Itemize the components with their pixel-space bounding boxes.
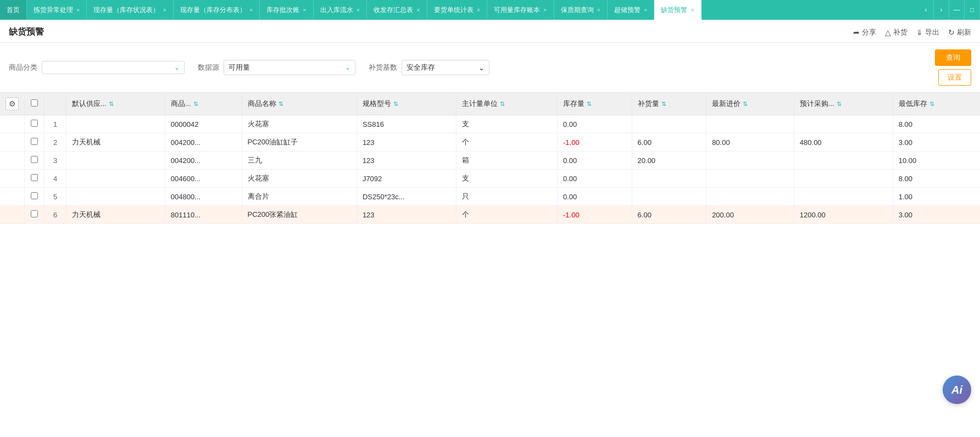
row-num-cell: 2 <box>44 133 66 152</box>
row-num-cell: 3 <box>44 152 66 170</box>
datasource-label: 数据源 <box>198 63 219 72</box>
page-title: 缺货预警 <box>9 26 44 38</box>
row-name-cell: 火花塞 <box>242 115 357 133</box>
tab-close-expiry-query[interactable]: × <box>597 7 600 13</box>
latest-price-sort-icon[interactable]: ⇅ <box>743 100 748 108</box>
row-checkbox[interactable] <box>31 210 38 217</box>
refresh-icon: ↻ <box>948 28 955 37</box>
row-checkbox[interactable] <box>31 174 38 181</box>
ai-badge-label: Ai <box>951 384 962 396</box>
tab-maximize-btn[interactable]: □ <box>965 0 980 20</box>
row-replenish-qty-cell: 6.00 <box>632 133 706 152</box>
name-sort-icon[interactable]: ⇅ <box>279 100 283 108</box>
ai-assistant-btn[interactable]: Ai <box>943 376 971 404</box>
tab-label-requisition-stat: 要货单统计表 <box>434 5 474 15</box>
query-btn[interactable]: 查询 <box>935 49 971 66</box>
select-all-checkbox[interactable] <box>31 99 38 107</box>
row-est-purchase-cell <box>794 152 893 170</box>
tab-item-available-ledger[interactable]: 可用量库存账本× <box>487 0 554 20</box>
table-row: 3 004200... 三九 123 箱 0.00 20.00 10.00 <box>0 152 980 170</box>
code-sort-icon[interactable]: ⇅ <box>193 100 198 108</box>
page-header: 缺货预警 ➦ 分享 △ 补货 ⇓ 导出 ↻ 刷新 <box>0 20 980 43</box>
data-table: ⚙ 默认供应... ⇅ 商品... <box>0 92 980 224</box>
tab-close-exception[interactable]: × <box>76 7 80 13</box>
tab-label-inout-flow: 出入库流水 <box>320 5 353 15</box>
tab-close-inventory-dist[interactable]: × <box>249 7 253 13</box>
replenish-qty-sort-icon[interactable]: ⇅ <box>661 100 666 108</box>
row-est-purchase-cell <box>794 115 893 133</box>
table-row: 4 004600... 火花塞 J7092 支 0.00 8.00 <box>0 170 980 188</box>
row-checkbox[interactable] <box>31 156 38 163</box>
min-stock-sort-icon[interactable]: ⇅ <box>929 100 934 108</box>
datasource-select[interactable]: 可用量 ⌄ <box>224 60 355 75</box>
tab-close-inout-flow[interactable]: × <box>357 7 360 13</box>
tab-item-exception[interactable]: 拣货异常处理× <box>27 0 87 20</box>
tab-close-receive-summary[interactable]: × <box>416 7 420 13</box>
est-purchase-sort-icon[interactable]: ⇅ <box>837 100 842 108</box>
row-name-cell: 离合片 <box>242 188 357 206</box>
unit-sort-icon[interactable]: ⇅ <box>500 100 505 108</box>
tab-close-batch-account[interactable]: × <box>303 7 306 13</box>
row-latest-price-cell: 200.00 <box>706 206 794 224</box>
tab-item-home[interactable]: 首页 <box>0 0 27 20</box>
tab-item-shortage-warn[interactable]: 缺货预警× <box>654 0 701 20</box>
table-row: 1 0000042 火花塞 SS816 支 0.00 8.00 <box>0 115 980 133</box>
row-latest-price-cell <box>706 115 794 133</box>
tab-item-requisition-stat[interactable]: 要货单统计表× <box>427 0 487 20</box>
tab-item-overstock-warn[interactable]: 超储预警× <box>608 0 654 20</box>
row-latest-price-cell <box>706 188 794 206</box>
datasource-filter-group: 数据源 可用量 ⌄ <box>198 60 355 75</box>
col-replenish-qty-header: 补货量 ⇅ <box>632 93 706 115</box>
replenish-base-label: 补货基数 <box>369 63 397 72</box>
row-checkbox[interactable] <box>31 138 38 145</box>
row-name-cell: PC200油缸缸子 <box>242 133 357 152</box>
tab-item-inout-flow[interactable]: 出入库流水× <box>314 0 367 20</box>
row-settings-cell <box>0 133 25 152</box>
row-min-stock-cell: 8.00 <box>893 115 980 133</box>
replenish-base-select[interactable]: 安全库存 ⌄ <box>402 60 489 75</box>
tab-label-shortage-warn: 缺货预警 <box>661 5 687 15</box>
tab-item-expiry-query[interactable]: 保质期查询× <box>554 0 608 20</box>
row-est-purchase-cell: 1200.00 <box>794 206 893 224</box>
row-unit-cell: 支 <box>456 170 558 188</box>
row-unit-cell: 个 <box>456 206 558 224</box>
tab-close-inventory-status[interactable]: × <box>163 7 166 13</box>
tab-item-batch-account[interactable]: 库存批次账× <box>260 0 313 20</box>
refresh-btn[interactable]: ↻ 刷新 <box>948 27 971 37</box>
tab-close-requisition-stat[interactable]: × <box>477 7 480 13</box>
tab-close-available-ledger[interactable]: × <box>543 7 547 13</box>
row-spec-cell: J7092 <box>357 170 456 188</box>
column-settings-btn[interactable]: ⚙ <box>5 97 19 110</box>
row-supplier-cell <box>66 115 165 133</box>
tab-item-inventory-status[interactable]: 现存量（库存状况表）× <box>87 0 173 20</box>
category-select[interactable]: ⌄ <box>42 61 185 74</box>
row-unit-cell: 个 <box>456 133 558 152</box>
row-settings-cell <box>0 188 25 206</box>
tab-item-receive-summary[interactable]: 收发存汇总表× <box>367 0 427 20</box>
row-checkbox[interactable] <box>31 120 38 127</box>
tab-close-shortage-warn[interactable]: × <box>691 7 694 13</box>
share-btn[interactable]: ➦ 分享 <box>853 27 876 37</box>
tab-prev-btn[interactable]: ‹ <box>918 0 934 20</box>
tab-label-home: 首页 <box>7 5 20 15</box>
row-replenish-qty-cell <box>632 188 706 206</box>
tab-minimize-btn[interactable]: — <box>949 0 965 20</box>
settings-btn[interactable]: 设置 <box>938 69 971 86</box>
replenish-btn[interactable]: △ 补货 <box>885 27 907 37</box>
tab-close-overstock-warn[interactable]: × <box>644 7 647 13</box>
col-stock-header: 库存量 ⇅ <box>558 93 632 115</box>
row-checkbox[interactable] <box>31 192 38 199</box>
row-check-cell <box>25 133 44 152</box>
stock-sort-icon[interactable]: ⇅ <box>587 100 592 108</box>
row-spec-cell: 123 <box>357 152 456 170</box>
replenish-base-value: 安全库存 <box>407 63 435 72</box>
supplier-sort-icon[interactable]: ⇅ <box>109 100 114 108</box>
tab-next-btn[interactable]: › <box>934 0 949 20</box>
spec-sort-icon[interactable]: ⇅ <box>393 100 398 108</box>
export-btn[interactable]: ⇓ 导出 <box>916 27 939 37</box>
share-label: 分享 <box>862 27 876 37</box>
col-min-stock-header: 最低库存 ⇅ <box>893 93 980 115</box>
row-stock-cell: 0.00 <box>558 170 632 188</box>
tab-item-inventory-dist[interactable]: 现存量（库存分布表）× <box>174 0 260 20</box>
col-num-header <box>44 93 66 115</box>
